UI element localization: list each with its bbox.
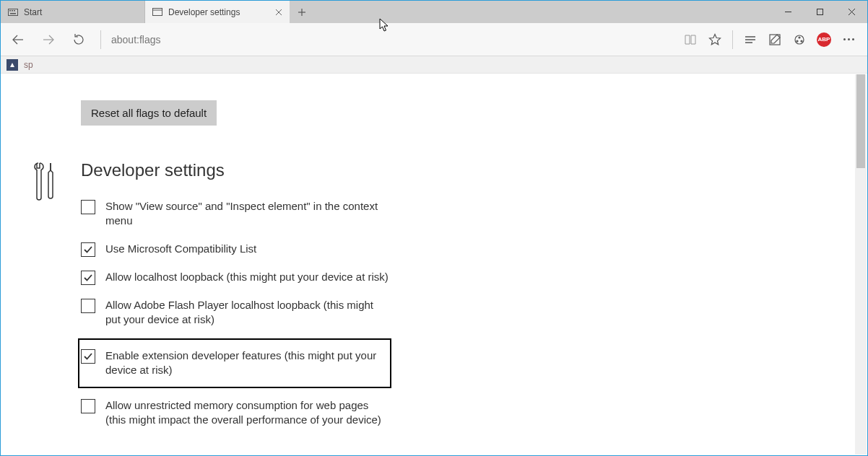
svg-point-24 — [797, 40, 798, 42]
address-bar[interactable]: about:flags — [110, 34, 674, 45]
option-row: Allow localhost loopback (this might put… — [81, 270, 391, 285]
svg-rect-2 — [12, 10, 13, 12]
option-label: Show "View source" and "Inspect element"… — [105, 199, 391, 229]
svg-rect-0 — [9, 9, 18, 15]
scroll-thumb[interactable] — [856, 74, 865, 168]
share-icon[interactable] — [788, 28, 811, 51]
title-bar: Start Developer settings — [1, 1, 867, 23]
reset-flags-button[interactable]: Reset all flags to default — [81, 100, 217, 126]
close-button[interactable] — [836, 1, 867, 23]
keyboard-icon — [8, 8, 18, 17]
window-icon — [152, 8, 162, 17]
svg-rect-5 — [153, 9, 162, 16]
svg-rect-3 — [14, 10, 15, 12]
option-row: Allow Adobe Flash Player localhost loopb… — [81, 298, 391, 328]
hint-icon — [6, 59, 18, 71]
svg-marker-17 — [710, 34, 721, 44]
checkbox[interactable] — [81, 200, 95, 214]
minimize-button[interactable] — [772, 1, 804, 23]
new-tab-button[interactable] — [290, 1, 314, 23]
option-label: Enable extension developer features (thi… — [105, 348, 383, 378]
navigation-toolbar: about:flags ABP — [1, 23, 867, 56]
abp-icon[interactable]: ABP — [812, 28, 836, 51]
forward-button[interactable] — [35, 27, 61, 53]
hub-icon[interactable] — [739, 28, 762, 51]
reading-view-icon[interactable] — [679, 28, 702, 51]
option-label: Use Microsoft Compatibility List — [105, 242, 256, 256]
checkbox[interactable] — [81, 299, 95, 313]
checkbox[interactable] — [81, 399, 95, 413]
option-row: Allow unrestricted memory consumption fo… — [81, 398, 391, 428]
svg-point-23 — [799, 37, 800, 38]
section-title: Developer settings — [81, 160, 391, 180]
separator — [732, 30, 733, 49]
svg-point-25 — [801, 40, 802, 42]
developer-tools-icon — [27, 160, 81, 440]
option-row: Use Microsoft Compatibility List — [81, 242, 391, 257]
hint-text: sp — [24, 60, 33, 70]
separator — [100, 30, 101, 49]
window-controls — [772, 1, 867, 23]
checkbox[interactable] — [81, 242, 95, 257]
svg-rect-4 — [10, 13, 16, 14]
checkbox[interactable] — [81, 349, 95, 364]
checkbox[interactable] — [81, 271, 95, 285]
tab-start[interactable]: Start — [1, 1, 145, 23]
toolbar-right: ABP — [679, 28, 860, 51]
option-label: Allow Adobe Flash Player localhost loopb… — [105, 298, 391, 328]
option-row: Enable extension developer features (thi… — [78, 338, 391, 388]
tab-label: Start — [24, 7, 42, 17]
tab-label: Developer settings — [168, 7, 240, 17]
page-viewport: Reset all flags to default Developer set… — [1, 74, 867, 455]
tab-developer-settings[interactable]: Developer settings — [145, 1, 290, 23]
tab-close-icon[interactable] — [275, 6, 282, 18]
svg-rect-1 — [9, 10, 11, 12]
more-icon[interactable] — [837, 28, 860, 51]
back-button[interactable] — [5, 27, 31, 53]
web-note-icon[interactable] — [763, 28, 786, 51]
option-label: Allow unrestricted memory consumption fo… — [105, 398, 391, 428]
vertical-scrollbar[interactable] — [855, 74, 867, 455]
option-label: Allow localhost loopback (this might put… — [105, 270, 389, 284]
maximize-button[interactable] — [804, 1, 836, 23]
hint-bar: sp — [1, 56, 867, 74]
option-row: Show "View source" and "Inspect element"… — [81, 199, 391, 229]
refresh-button[interactable] — [66, 27, 92, 53]
svg-rect-12 — [817, 9, 823, 15]
favorites-icon[interactable] — [703, 28, 726, 51]
